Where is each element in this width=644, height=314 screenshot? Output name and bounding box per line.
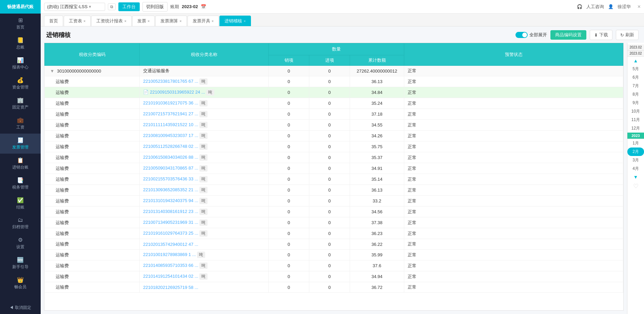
- cal-nav-up[interactable]: ▲: [632, 57, 640, 65]
- sidebar-item-invoice[interactable]: 🧾 发票管理: [0, 134, 41, 154]
- company-name: (勿动) 江西报宝-LSS: [47, 4, 87, 10]
- sidebar-item-tax[interactable]: 📑 税务管理: [0, 174, 41, 194]
- purchase-cell: 0: [309, 207, 350, 217]
- tab-invoice[interactable]: 发票 ×: [132, 16, 155, 26]
- toggle-switch[interactable]: [515, 32, 528, 38]
- warning-cell: 正常: [404, 217, 623, 228]
- unit-tag: 吨: [199, 176, 208, 182]
- refresh-button[interactable]: ↻ 刷新: [616, 30, 639, 40]
- calendar-icon[interactable]: 📅: [201, 4, 206, 9]
- cal-month-8[interactable]: 8月: [627, 90, 644, 99]
- cumulative-cell: 34.91: [350, 163, 404, 174]
- purchase-cell: 0: [309, 260, 350, 271]
- cal-month-12[interactable]: 12月: [627, 124, 644, 133]
- cumulative-cell: 36.72: [350, 282, 404, 293]
- workbench-button[interactable]: 工作台: [118, 2, 140, 11]
- sidebar-item-ledger[interactable]: 📒 总账: [0, 34, 41, 54]
- ledger-icon: 📒: [17, 37, 24, 43]
- sidebar-item-settle[interactable]: ✅ 结账: [0, 194, 41, 214]
- sales-cell: 0: [269, 141, 309, 152]
- cal-month-3[interactable]: 3月: [627, 156, 644, 164]
- tab-close-icon[interactable]: ×: [124, 19, 126, 23]
- tab-salary[interactable]: 工资表 ×: [64, 16, 91, 26]
- unpin-label: ◀ 取消固定: [9, 305, 31, 311]
- table-container[interactable]: 税收分类编码 税收分类名称 数量 预警状态 销项 进项 累计数额: [44, 43, 624, 311]
- expand-toggle[interactable]: 全部展开: [515, 32, 547, 38]
- cal-heart-icon[interactable]: ♡: [632, 181, 640, 191]
- settings-button[interactable]: 商品编码设置: [550, 30, 586, 40]
- invoice-cell: 221019103619217075 36 ... 吨: [140, 98, 269, 109]
- expand-icon[interactable]: ▼: [50, 68, 55, 74]
- invoice-cell: 221005090343170865 87 ... 吨: [140, 163, 269, 174]
- tab-salary-report[interactable]: 工资统计报表 ×: [91, 16, 131, 26]
- name-cell: 运输费: [45, 217, 140, 228]
- invoice-icon: 🧾: [17, 137, 24, 143]
- sidebar-item-sales-ledger[interactable]: 📋 进销台账: [0, 154, 41, 174]
- company-selector[interactable]: (勿动) 江西报宝-LSS ▾: [44, 3, 105, 11]
- tab-label: 发票测算: [160, 18, 178, 24]
- unit-tag: 吨: [199, 273, 208, 280]
- purchase-cell: 0: [309, 66, 350, 76]
- invoice-cell: 221014191254101434 02 ... 吨: [140, 271, 269, 282]
- tab-close-icon[interactable]: ×: [83, 19, 85, 23]
- cal-month-2-active[interactable]: 2月: [627, 148, 644, 156]
- name-cell: 运输费: [45, 196, 140, 207]
- sales-cell: 0: [269, 217, 309, 228]
- sidebar-item-vip[interactable]: 👑 畅会员: [0, 273, 41, 293]
- tab-recon[interactable]: 进销稽核 ×: [219, 16, 251, 26]
- warning-cell: 正常: [404, 228, 623, 239]
- archive-icon: 🗂: [18, 217, 23, 223]
- name-cell: 运输费: [45, 87, 140, 98]
- sidebar-item-capital[interactable]: 💰 资金管理: [0, 74, 41, 94]
- sidebar-item-home[interactable]: ⊞ 首页: [0, 14, 41, 34]
- sales-cell: 0: [269, 152, 309, 163]
- period-label: 账期: [170, 4, 179, 10]
- cal-month-1[interactable]: 1月: [627, 139, 644, 148]
- col-purchase: 进项: [309, 55, 350, 66]
- cal-month-7[interactable]: 7月: [627, 82, 644, 90]
- cumulative-cell: 36.13: [350, 76, 404, 87]
- purchase-cell: 0: [309, 185, 350, 196]
- close-button[interactable]: ×: [638, 4, 641, 10]
- tab-label: 进销稽核: [225, 18, 242, 24]
- cal-month-4[interactable]: 4月: [627, 164, 644, 173]
- tab-label: 发票: [137, 18, 146, 24]
- tab-invoice-open[interactable]: 发票开具 ×: [188, 16, 219, 26]
- sidebar-item-settings[interactable]: ⚙ 设置: [0, 233, 41, 253]
- sidebar-item-assets[interactable]: 🏢 固定资产: [0, 94, 41, 114]
- cal-nav-down[interactable]: ▼: [632, 173, 640, 181]
- purchase-cell: 0: [309, 98, 350, 109]
- sidebar-item-salary[interactable]: 💼 工资: [0, 114, 41, 134]
- warning-cell: 正常: [404, 282, 623, 293]
- sidebar-item-report[interactable]: 📊 报表中心: [0, 54, 41, 74]
- calendar-panel: 2023.02 2023.02 ▲ 5月 6月 7月 8月 9月 10月 11月…: [627, 43, 644, 314]
- unit-tag: 吨: [197, 252, 205, 258]
- unpin-button[interactable]: ◀ 取消固定: [0, 301, 41, 314]
- warning-cell: 正常: [404, 98, 623, 109]
- tab-home[interactable]: 首页: [44, 16, 63, 26]
- warning-cell: 正常: [404, 131, 623, 141]
- tab-close-icon[interactable]: ×: [212, 19, 214, 23]
- tab-close-icon[interactable]: ×: [179, 19, 181, 23]
- tab-close-icon[interactable]: ×: [148, 19, 150, 23]
- sidebar-item-archive[interactable]: 🗂 归档管理: [0, 214, 41, 233]
- cal-month-10[interactable]: 10月: [627, 107, 644, 116]
- settle-icon: ✅: [17, 197, 24, 203]
- cal-month-11[interactable]: 11月: [627, 116, 644, 124]
- table-row: 运输费 221013140308161912 23 ... 吨 0 0 34.5…: [45, 207, 623, 217]
- tab-close-icon[interactable]: ×: [243, 19, 246, 23]
- copy-button[interactable]: ⧉: [108, 3, 116, 10]
- switch-version-button[interactable]: 切到旧版: [142, 2, 168, 12]
- sales-cell: 0: [269, 250, 309, 260]
- tab-invoice-calc[interactable]: 发票测算 ×: [155, 16, 187, 26]
- sales-cell: 0: [269, 185, 309, 196]
- toggle-label: 全部展开: [529, 32, 547, 38]
- service-label[interactable]: 人工咨询: [586, 4, 604, 10]
- cal-month-5[interactable]: 5月: [627, 65, 644, 73]
- cal-month-6[interactable]: 6月: [627, 73, 644, 82]
- sidebar-item-guide[interactable]: 🆕 新手引导: [0, 253, 41, 273]
- purchase-cell: 0: [309, 87, 350, 98]
- download-button[interactable]: ⬇ 下载: [590, 30, 612, 40]
- cal-month-9[interactable]: 9月: [627, 99, 644, 107]
- col-cumulative: 累计数额: [350, 55, 404, 66]
